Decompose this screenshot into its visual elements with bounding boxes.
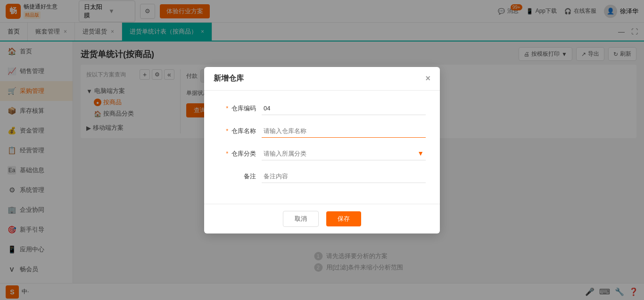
cancel-button[interactable]: 取消 <box>283 211 319 227</box>
required-star-category: * <box>226 150 228 157</box>
modal-title: 新增仓库 <box>214 74 244 83</box>
form-label-code: * 仓库编码 <box>218 104 256 113</box>
new-warehouse-modal: 新增仓库 × * 仓库编码 * 仓库名称 <box>204 67 440 233</box>
form-label-category: * 仓库分类 <box>218 150 256 158</box>
form-row-category: * 仓库分类 ▼ <box>218 147 426 160</box>
category-input[interactable] <box>262 147 415 160</box>
modal-body: * 仓库编码 * 仓库名称 * 仓库分类 <box>204 91 440 204</box>
form-label-name: * 仓库名称 <box>218 127 256 135</box>
modal-overlay[interactable]: 新增仓库 × * 仓库编码 * 仓库名称 <box>0 0 644 300</box>
modal-footer: 取消 保存 <box>204 204 440 233</box>
warehouse-name-input[interactable] <box>262 125 426 138</box>
save-button[interactable]: 保存 <box>326 211 361 226</box>
modal-header: 新增仓库 × <box>204 67 440 91</box>
warehouse-note-input[interactable] <box>262 170 426 183</box>
required-star-code: * <box>226 105 228 112</box>
category-dropdown-icon[interactable]: ▼ <box>415 150 426 157</box>
form-row-code: * 仓库编码 <box>218 102 426 115</box>
required-star-name: * <box>226 127 228 134</box>
form-row-name: * 仓库名称 <box>218 125 426 138</box>
category-select-wrap: ▼ <box>262 147 426 160</box>
form-label-note: 备注 <box>218 172 256 181</box>
modal-close-button[interactable]: × <box>425 74 430 83</box>
form-row-note: 备注 <box>218 170 426 183</box>
warehouse-code-input[interactable] <box>262 102 426 115</box>
